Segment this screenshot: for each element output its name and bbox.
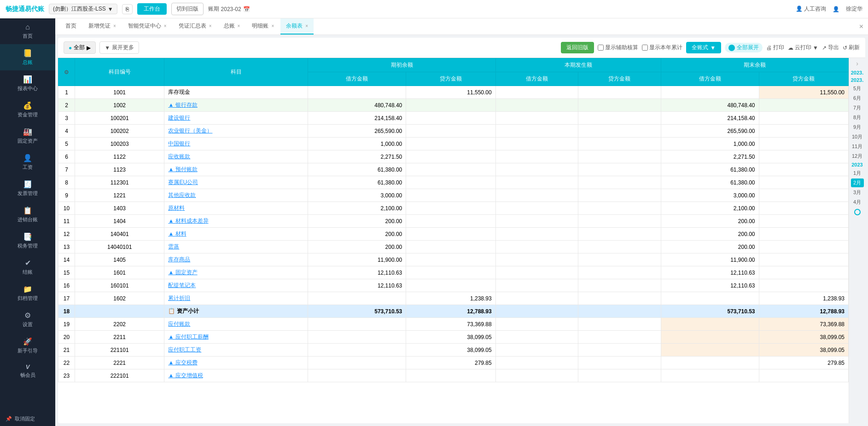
tab-detail-label: 明细账 xyxy=(252,22,268,30)
filter-button[interactable]: ● 全部 ▶ xyxy=(64,41,96,54)
table-row-name[interactable]: ▲ 应交税费 xyxy=(164,357,308,369)
tab-balance[interactable]: 余额表 × xyxy=(280,18,314,35)
sidebar-item-invoice[interactable]: 🧾 发票管理 xyxy=(0,175,55,201)
table-row-name[interactable]: 中国银行 xyxy=(164,138,308,150)
old-version-button[interactable]: 切到旧版 xyxy=(171,3,204,15)
check-aux-input[interactable] xyxy=(598,45,604,51)
sidebar-item-fixed[interactable]: 🏭 固定资产 xyxy=(0,123,55,149)
month-3[interactable]: 3月 xyxy=(851,188,864,197)
month-12[interactable]: 12月 xyxy=(851,152,864,161)
tab-balance-close[interactable]: × xyxy=(305,23,308,29)
sidebar-item-settings[interactable]: ⚙ 设置 xyxy=(0,306,55,333)
month-5[interactable]: 5月 xyxy=(851,84,864,93)
expand-button[interactable]: ▼ 展开更多 xyxy=(99,41,139,54)
right-panel: › 2023. 2023. 5月 6月 7月 8月 9月 10月 11月 12月… xyxy=(849,58,865,423)
user-avatar[interactable]: 👤 xyxy=(833,6,839,12)
tab-smart-voucher[interactable]: 智能凭证中心 × xyxy=(122,18,172,35)
month-7[interactable]: 7月 xyxy=(851,104,864,112)
calendar-icon[interactable]: 📅 xyxy=(243,6,250,12)
tab-add-voucher-label: 新增凭证 xyxy=(88,22,111,30)
sidebar-item-purchase[interactable]: 📋 进销台账 xyxy=(0,201,55,228)
table-row: 5100203中国银行1,000.001,000.00 xyxy=(58,138,849,150)
print-button[interactable]: 🖨 打印 xyxy=(766,44,784,52)
tab-ledger-close[interactable]: × xyxy=(238,23,240,29)
table-row-name[interactable]: ▲ 材料成本差异 xyxy=(164,215,308,228)
purchase-icon: 📋 xyxy=(23,206,32,215)
month-6[interactable]: 6月 xyxy=(851,94,864,103)
tab-add-voucher[interactable]: 新增凭证 × xyxy=(83,18,122,35)
close-all-tabs-icon[interactable]: × xyxy=(859,23,863,31)
table-row-name[interactable]: 库存商品 xyxy=(164,253,308,266)
table-row-name[interactable]: 赛属EU公司 xyxy=(164,176,308,189)
table-row-name[interactable]: ▲ 银行存款 xyxy=(164,99,308,112)
sidebar-item-closing[interactable]: ✔ 结账 xyxy=(0,254,55,280)
tab-smart-voucher-close[interactable]: × xyxy=(164,23,167,29)
month-11[interactable]: 11月 xyxy=(851,142,864,151)
table-row-name[interactable]: ▲ 预付账款 xyxy=(164,163,308,176)
export-button[interactable]: ↗ 导出 xyxy=(822,44,839,52)
table-row-name[interactable]: 应付职工工资 xyxy=(164,344,308,357)
table-row-name[interactable]: 原材料 xyxy=(164,202,308,215)
panel-circle-icon[interactable] xyxy=(854,209,861,215)
tab-voucher-summary-close[interactable]: × xyxy=(209,23,212,29)
unpin-button[interactable]: 📌 取消固定 xyxy=(0,412,55,426)
month-10[interactable]: 10月 xyxy=(851,132,864,141)
table-cell-num xyxy=(406,163,495,176)
year-2023-main[interactable]: 2023 xyxy=(851,162,862,167)
table-row-name[interactable]: 雲蒸 xyxy=(164,241,308,253)
sidebar-item-capital[interactable]: 💰 资金管理 xyxy=(0,97,55,123)
full-style-button[interactable]: 全账式 ▼ xyxy=(686,42,721,53)
filter-dot: ● xyxy=(69,45,72,51)
refresh-button[interactable]: ↺ 刷新 xyxy=(843,44,860,52)
tab-voucher-summary[interactable]: 凭证汇总表 × xyxy=(173,18,217,35)
sidebar-item-report[interactable]: 📊 报表中心 xyxy=(0,70,55,97)
table-row-name[interactable]: ▲ 固定资产 xyxy=(164,266,308,279)
table-row-name[interactable]: ▲ 材料 xyxy=(164,228,308,241)
table-row-no: 1 xyxy=(58,86,75,99)
table-row-name[interactable]: 配提笔记本 xyxy=(164,279,308,292)
gear-icon[interactable]: ⚙ xyxy=(64,69,69,75)
table-row-name[interactable]: 建设银行 xyxy=(164,112,308,125)
panel-expand-icon[interactable]: › xyxy=(856,60,858,67)
table-cell-num xyxy=(759,112,848,125)
table-row-name[interactable]: ▲ 应交增值税 xyxy=(164,369,308,382)
month-8[interactable]: 8月 xyxy=(851,113,864,122)
month-1[interactable]: 1月 xyxy=(851,169,864,178)
tab-add-voucher-close[interactable]: × xyxy=(113,23,116,29)
copy-icon-btn[interactable]: ⎘ xyxy=(122,4,133,14)
th-gear[interactable]: ⚙ xyxy=(58,58,75,86)
tab-ledger[interactable]: 总账 × xyxy=(218,18,246,35)
table-row-name[interactable]: 其他应收款 xyxy=(164,189,308,202)
month-2[interactable]: 2月 xyxy=(851,178,864,187)
check-ytd-input[interactable] xyxy=(642,45,648,51)
month-9[interactable]: 9月 xyxy=(851,123,864,132)
tab-detail[interactable]: 明细账 × xyxy=(246,18,280,35)
table-cell-num xyxy=(495,163,578,176)
check-aux-label[interactable]: 显示辅助核算 xyxy=(598,44,638,52)
sidebar-item-ledger[interactable]: 📒 总账 xyxy=(0,44,55,70)
workbench-button[interactable]: 工作台 xyxy=(137,3,167,15)
sidebar-item-member[interactable]: V 畅会员 xyxy=(0,359,55,383)
sidebar-item-tax[interactable]: 📑 税务管理 xyxy=(0,228,55,254)
table-row-name[interactable]: 农业银行（美金） xyxy=(164,125,308,138)
company-select[interactable]: (勿删）江西股圣-LSS ▼ xyxy=(49,4,117,14)
consult-btn[interactable]: 👤 人工咨询 xyxy=(796,5,826,13)
return-button[interactable]: 返回旧版 xyxy=(561,42,594,53)
table-row-name[interactable]: 应付账款 xyxy=(164,318,308,331)
sidebar-item-archive[interactable]: 📁 归档管理 xyxy=(0,280,55,306)
table-row-name[interactable]: 应收账款 xyxy=(164,150,308,163)
year-2023-top[interactable]: 2023. xyxy=(851,70,864,75)
sidebar-item-salary[interactable]: 👤 工资 xyxy=(0,149,55,175)
table-row-name[interactable]: 累计折旧 xyxy=(164,292,308,305)
tab-home[interactable]: 首页 xyxy=(60,18,82,35)
tab-detail-close[interactable]: × xyxy=(271,23,274,29)
year-2023-top2[interactable]: 2023. xyxy=(851,77,864,83)
cloud-print-button[interactable]: ☁ 云打印 ▼ xyxy=(788,44,818,52)
month-4[interactable]: 4月 xyxy=(851,198,864,207)
toggle-expand[interactable]: 全部展开 xyxy=(725,43,763,52)
table-row-no: 2 xyxy=(58,99,75,112)
check-ytd-label[interactable]: 显示本年累计 xyxy=(642,44,682,52)
sidebar-item-home[interactable]: ⌂ 首页 xyxy=(0,18,55,44)
table-row-name[interactable]: ▲ 应付职工薪酬 xyxy=(164,331,308,344)
sidebar-item-guide[interactable]: 🚀 新手引导 xyxy=(0,333,55,359)
